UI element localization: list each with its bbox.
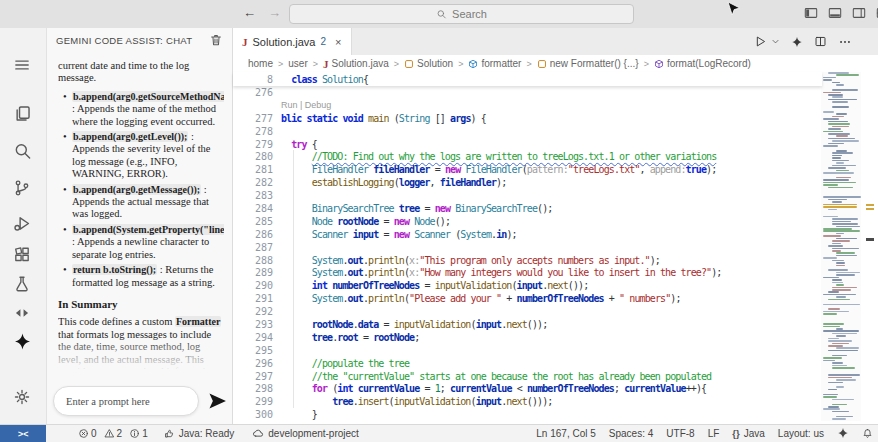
code-line-286[interactable]: 286 Scanner input = new Scanner (System.… — [233, 228, 822, 241]
thumb-icon — [164, 428, 175, 439]
command-center-search[interactable]: Search — [289, 4, 634, 24]
activity-code-compare-icon[interactable] — [13, 304, 33, 324]
breadcrumb-separator: > — [457, 59, 464, 69]
layout-panel-bottom-icon[interactable] — [828, 6, 842, 20]
breadcrumb-separator: > — [277, 59, 284, 69]
status-spark[interactable] — [837, 427, 849, 439]
indent-guide — [293, 150, 294, 408]
code-line-294[interactable]: 294 tree.root = rootNode; — [233, 331, 822, 344]
activity-search-icon[interactable] — [13, 142, 33, 162]
breadcrumb-separator: > — [525, 59, 532, 69]
chat-transcript: current date and time to the log message… — [58, 54, 224, 369]
title-bar: ← → Search — [0, 0, 878, 29]
activity-extensions-icon[interactable] — [13, 246, 33, 266]
java-file-icon: J — [323, 58, 329, 70]
codelens-run-debug[interactable]: Run | Debug — [281, 100, 331, 110]
status-layout-us[interactable]: Layout: us — [778, 428, 824, 439]
code-area[interactable]: 276Run | Debug277blic static void main (… — [233, 86, 822, 425]
nav-forward-icon[interactable]: → — [268, 5, 281, 20]
status-ln-167-col-5[interactable]: Ln 167, Col 5 — [536, 428, 596, 439]
activity-explorer-icon[interactable] — [13, 104, 33, 124]
remote-indicator[interactable]: >< — [0, 425, 46, 442]
trash-icon[interactable] — [209, 33, 223, 47]
breadcrumb-format-logrecord-[interactable]: format(LogRecord) — [654, 58, 751, 69]
status-utf-8[interactable]: UTF-8 — [666, 428, 694, 439]
tab-label: Solution.java — [253, 36, 316, 48]
activity-gemini-spark-icon[interactable] — [13, 332, 33, 352]
send-icon[interactable] — [206, 390, 229, 413]
code-line-296[interactable]: 296 //populate the tree — [233, 357, 822, 370]
code-line-287[interactable]: 287 — [233, 241, 822, 254]
activity-source-control-icon[interactable] — [13, 179, 33, 199]
code-line-278[interactable]: 278 — [233, 125, 822, 138]
chat-para: current date and time to the log message… — [58, 60, 224, 85]
breadcrumb-separator: > — [312, 59, 319, 69]
breadcrumb-new-formatter-[interactable]: new Formatter() {...} — [537, 58, 639, 69]
code-line-297[interactable]: 297 //the "currentValue" starts at one b… — [233, 370, 822, 383]
nav-back-icon[interactable]: ← — [243, 5, 256, 20]
ruler-mark — [866, 204, 874, 206]
status-java-ready[interactable]: Java: Ready — [164, 427, 235, 439]
problems-status[interactable]: 021 — [78, 428, 148, 439]
breadcrumb-separator: > — [643, 59, 650, 69]
code-line-299[interactable]: 299 tree.insert(inputValidation(input.ne… — [233, 395, 822, 408]
code-line-292[interactable]: 292 — [233, 305, 822, 318]
code-line-291[interactable]: 291 System.out.println("Please add your … — [233, 292, 822, 305]
minimap[interactable] — [821, 72, 861, 421]
breadcrumb-user[interactable]: user — [288, 58, 307, 69]
overview-ruler[interactable] — [862, 72, 878, 425]
status-java[interactable]: {}Java — [732, 428, 765, 439]
breadcrumb-solution[interactable]: Solution — [404, 58, 453, 69]
breadcrumb-separator: > — [393, 59, 400, 69]
info-icon — [129, 428, 140, 439]
code-line-290[interactable]: 290 int numberOfTreeNodes = inputValidat… — [233, 279, 822, 292]
code-line-289[interactable]: 289 System.out.println(x:"How many integ… — [233, 266, 822, 279]
chat-bullet: b.append(arg0.getLevel()); : Appends the… — [72, 131, 224, 181]
code-line-277[interactable]: 277blic static void main (String [] args… — [233, 112, 822, 125]
code-line-295[interactable]: 295 — [233, 344, 822, 357]
prompt-input[interactable] — [53, 386, 199, 416]
code-line-293[interactable]: 293 rootNode.data = inputValidation(inpu… — [233, 318, 822, 331]
activity-settings-gear-icon[interactable] — [13, 388, 33, 408]
sticky-scroll-line[interactable]: 8 class Solution{ — [233, 72, 822, 86]
tab-solution-java[interactable]: J Solution.java 2 × — [233, 28, 352, 55]
status-spaces-4[interactable]: Spaces: 4 — [609, 428, 653, 439]
editor-group: J Solution.java 2 × home>user>JSolution.… — [233, 28, 878, 425]
status-lf[interactable]: LF — [708, 428, 720, 439]
activity-menu-icon[interactable] — [13, 56, 33, 76]
code-line-279[interactable]: 279 try { — [233, 138, 822, 151]
tab-bar: J Solution.java 2 × — [233, 28, 878, 56]
code-line-300[interactable]: 300 } — [233, 408, 822, 421]
code-line-285[interactable]: 285 Node rootNode = new Node(); — [233, 215, 822, 228]
run-icon[interactable] — [754, 35, 767, 48]
gemini-spark-icon[interactable] — [791, 36, 803, 48]
breadcrumb-formatter[interactable]: formatter — [468, 58, 521, 69]
status-development-project[interactable]: development-project — [252, 427, 359, 439]
activity-run-debug-icon[interactable] — [13, 214, 33, 234]
more-actions-icon[interactable] — [838, 35, 852, 49]
vscode-window: ← → Search GEMINI CODE ASSIST: CHAT curr… — [0, 0, 878, 442]
code-line-284[interactable]: 284 BinarySearchTree tree = new BinarySe… — [233, 202, 822, 215]
code-line-276[interactable]: 276 — [233, 86, 822, 99]
code-line-298[interactable]: 298 for (int currentValue = 1; currentVa… — [233, 382, 822, 395]
symbol-method-icon — [654, 59, 664, 69]
chat-bullet: b.append(arg0.getSourceMethodName()); : … — [72, 91, 224, 128]
code-line-280[interactable]: 280 //TODO: Find out why the logs are wr… — [233, 150, 822, 163]
search-placeholder: Search — [452, 8, 487, 20]
tab-close-icon[interactable]: × — [335, 36, 341, 48]
split-editor-icon[interactable] — [814, 35, 827, 48]
layout-sidebar-left-icon[interactable] — [804, 6, 818, 20]
run-dropdown-icon[interactable] — [771, 37, 780, 46]
activity-beaker-icon[interactable] — [13, 275, 33, 295]
code-line-283[interactable]: 283 — [233, 189, 822, 202]
code-line-282[interactable]: 282 establishLogging(logger, fileHandler… — [233, 176, 822, 189]
status-bell[interactable] — [862, 428, 873, 439]
layout-sidebar-right-icon[interactable] — [852, 6, 866, 20]
code-line-288[interactable]: 288 System.out.println(x:"This program o… — [233, 254, 822, 267]
tab-badge: 2 — [321, 36, 327, 47]
code-line-281[interactable]: 281 FileHandler fileHandler = new FileHa… — [233, 163, 822, 176]
breadcrumb-home[interactable]: home — [248, 58, 273, 69]
symbol-class-icon — [404, 59, 414, 69]
chat-para: This code defines a custom Formatter tha… — [58, 316, 224, 369]
breadcrumb-solution-java[interactable]: JSolution.java — [323, 58, 389, 70]
